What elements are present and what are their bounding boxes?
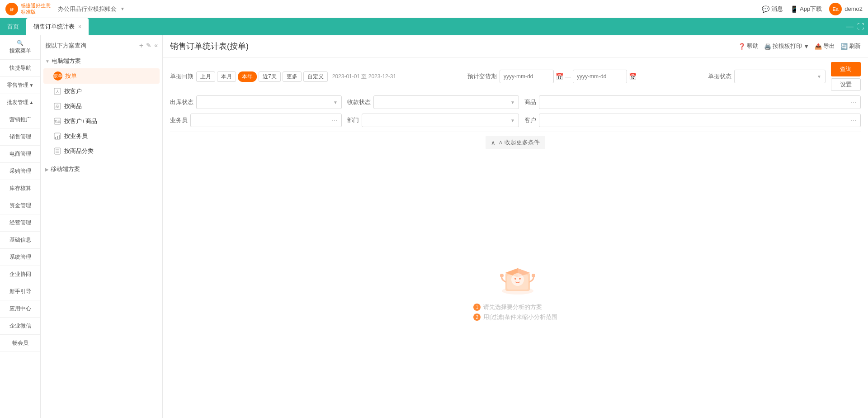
message-icon: 💬 [762, 5, 769, 13]
date-btn-custom[interactable]: 自定义 [303, 71, 328, 82]
sidebar-quick-nav[interactable]: 快捷导航 [0, 60, 40, 77]
status-dropdown-chevron: ▼ [817, 74, 821, 79]
goods-filter-label: 商品 [524, 98, 536, 106]
pc-schema-header[interactable]: ▼ 电脑端方案 [41, 54, 162, 68]
goods-more-btn[interactable]: ··· [851, 98, 857, 106]
schema-item-by-order[interactable]: 按单 按单 [43, 68, 160, 84]
sidebar-enterprise-label: 企业协同 [9, 271, 31, 278]
collection-status-select[interactable]: ▼ [373, 95, 519, 109]
sidebar-member-label: 畅会员 [12, 339, 28, 347]
svg-point-20 [514, 278, 516, 280]
sidebar-finance-label: 资金管理 [9, 202, 31, 209]
goods-select[interactable]: ··· [539, 95, 861, 109]
sidebar-item-newbie[interactable]: 新手引导 [0, 283, 40, 300]
sidebar-item-inventory[interactable]: 库存核算 [0, 180, 40, 197]
salesperson-more-btn[interactable]: ··· [332, 116, 338, 124]
app-download-btn[interactable]: 📱 App下载 [790, 5, 822, 13]
logo-area: 好 畅捷通好生意 标准版 [5, 3, 51, 15]
industry-label: 办公用品行业模拟账套 [58, 5, 117, 13]
date-btn-this-year[interactable]: 本年 [238, 71, 257, 82]
date-btn-7days[interactable]: 近7天 [259, 71, 281, 82]
user-profile[interactable]: Ea demo2 [829, 3, 863, 15]
tab-maximize-icon[interactable]: ⛶ [857, 23, 864, 31]
sidebar-item-finance[interactable]: 资金管理 [0, 197, 40, 214]
mobile-schema-arrow: ▶ [45, 167, 49, 172]
out-status-chevron: ▼ [333, 100, 338, 105]
sidebar-search[interactable]: 🔍 搜索菜单 [0, 35, 40, 60]
collapse-btn[interactable]: ∧ ∧ 收起更多条件 [486, 136, 546, 149]
filter-row-1: 单据日期 上月 本月 本年 近7天 更多 自定义 2023-01-01 至 20… [170, 62, 861, 91]
date-buttons: 上月 本月 本年 近7天 更多 自定义 [196, 71, 328, 82]
forecast-date-start[interactable] [500, 70, 554, 83]
sidebar-wecom-label: 企业微信 [9, 322, 31, 330]
forecast-date-cal-icon[interactable]: 📅 [556, 73, 563, 80]
export-icon: 📤 [815, 43, 822, 50]
top-bar-right: 💬 消息 📱 App下载 Ea demo2 [762, 3, 863, 15]
mobile-schema-header[interactable]: ▶ 移动端方案 [41, 162, 162, 176]
empty-state: 1 请先选择要分析的方案 2 用[过滤]条件来缩小分析范围 [473, 252, 557, 323]
forecast-date-cal-icon2[interactable]: 📅 [629, 73, 637, 80]
left-panel-edit-btn[interactable]: ✎ [146, 42, 151, 50]
sidebar-item-app-center[interactable]: 应用中心 [0, 300, 40, 318]
top-bar: 好 畅捷通好生意 标准版 办公用品行业模拟账套 ▼ 💬 消息 📱 App下载 E… [0, 0, 868, 18]
export-btn[interactable]: 📤 导出 [815, 42, 835, 50]
messages-btn[interactable]: 💬 消息 [762, 5, 783, 13]
by-order-icon: 按单 [53, 71, 62, 81]
forecast-date-end[interactable] [573, 70, 627, 83]
schema-item-by-goods[interactable]: 品 按商品 [43, 99, 160, 114]
sidebar-item-ecommerce[interactable]: 电商管理 [0, 146, 40, 163]
filter-area: 单据日期 上月 本月 本年 近7天 更多 自定义 2023-01-01 至 20… [163, 57, 868, 157]
customer-more-btn[interactable]: ··· [851, 116, 857, 124]
sidebar-item-wecom[interactable]: 企业微信 [0, 318, 40, 335]
tab-close-btn[interactable]: × [78, 24, 81, 30]
salesperson-select[interactable]: ··· [190, 114, 342, 127]
svg-rect-9 [55, 137, 56, 139]
industry-dropdown-icon[interactable]: ▼ [120, 6, 125, 11]
sidebar-item-marketing[interactable]: 营销推广 [0, 111, 40, 128]
settings-button[interactable]: 设置 [831, 78, 861, 91]
page-title-row: 销售订单统计表(按单) ❓ 帮助 🖨️ 按模板打印 ▼ 📤 [170, 41, 861, 52]
svg-point-22 [500, 274, 504, 277]
svg-point-23 [532, 274, 535, 277]
date-btn-last-month[interactable]: 上月 [196, 71, 215, 82]
print-btn[interactable]: 🖨️ 按模板打印 ▼ [764, 42, 809, 50]
schema-item-by-category[interactable]: 按商品分类 [43, 144, 160, 158]
left-panel-collapse-btn[interactable]: « [154, 42, 158, 50]
sidebar-item-sales[interactable]: 销售管理 [0, 128, 40, 146]
sidebar-item-basic-info[interactable]: 基础信息 [0, 232, 40, 249]
tab-bar-actions: — ⛶ [846, 23, 868, 31]
date-btn-more[interactable]: 更多 [283, 71, 302, 82]
refresh-btn[interactable]: 🔄 刷新 [840, 42, 861, 50]
date-btn-this-month[interactable]: 本月 [217, 71, 236, 82]
sidebar-item-member[interactable]: 畅会员 [0, 335, 40, 352]
tab-home[interactable]: 首页 [0, 18, 26, 35]
filter-row-2: 出库状态 ▼ 收款状态 ▼ [170, 95, 861, 109]
sidebar-item-purchase[interactable]: 采购管理 [0, 163, 40, 180]
schema-item-by-customer[interactable]: 人 按客户 [43, 84, 160, 99]
help-btn[interactable]: ❓ 帮助 [738, 42, 759, 50]
dept-filter: 部门 ▼ [347, 114, 519, 127]
schema-item-by-customer-goods[interactable]: 客品 按客户+商品 [43, 114, 160, 128]
sidebar-app-center-label: 应用中心 [9, 305, 31, 313]
forecast-date-filter: 预计交货期 📅 — 📅 [467, 70, 637, 83]
customer-select[interactable]: ··· [539, 114, 861, 127]
left-panel-add-btn[interactable]: + [139, 42, 143, 50]
sidebar-item-wholesale[interactable]: 批发管理 ▲ [0, 94, 40, 111]
query-button[interactable]: 查询 [831, 62, 861, 76]
sidebar-purchase-label: 采购管理 [9, 167, 31, 175]
tab-sales-stats[interactable]: 销售订单统计表 × [26, 18, 89, 35]
sidebar-item-enterprise[interactable]: 企业协同 [0, 266, 40, 283]
sidebar-item-retail[interactable]: 零售管理 ▼ [0, 77, 40, 94]
sidebar-item-system[interactable]: 系统管理 [0, 249, 40, 266]
dept-select[interactable]: ▼ [362, 114, 519, 127]
svg-point-19 [511, 273, 524, 286]
pc-schema-label: 电脑端方案 [52, 57, 81, 65]
svg-text:客品: 客品 [54, 120, 61, 123]
page-header: 销售订单统计表(按单) ❓ 帮助 🖨️ 按模板打印 ▼ 📤 [163, 35, 868, 57]
status-select[interactable]: ▼ [734, 70, 826, 83]
sidebar-item-operations[interactable]: 经营管理 [0, 214, 40, 232]
out-status-select[interactable]: ▼ [196, 95, 342, 109]
tab-minimize-icon[interactable]: — [846, 23, 854, 31]
sidebar-operations-label: 经营管理 [9, 219, 31, 227]
schema-item-by-salesperson[interactable]: 按业务员 [43, 129, 160, 143]
